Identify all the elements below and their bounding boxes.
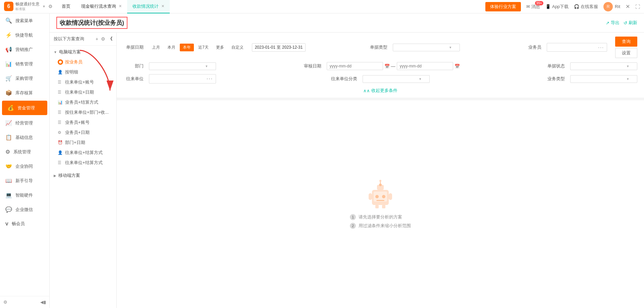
sidebar-item-basics[interactable]: 📋 基础信息 [0, 130, 49, 145]
scheme-item-partner-settle2[interactable]: ☰ 往来单位+结算方式 [50, 158, 116, 168]
audit-date-to[interactable] [397, 62, 453, 70]
page-actions: ↗ 导出 ↺ 刷新 [606, 20, 637, 26]
tab-bank-flow[interactable]: 现金银行流水查询 ✕ [76, 0, 127, 13]
counterpart-dots[interactable]: ··· [207, 76, 213, 82]
doc-type-select[interactable]: ▾ [393, 44, 460, 51]
sidebar-item-basics-label: 基础信息 [15, 135, 33, 141]
scheme-item-partner-dept-label: 按往来单位+部门+收... [65, 109, 109, 115]
export-btn[interactable]: ↗ 导出 [606, 20, 620, 26]
scheme-item-staff-settle[interactable]: 📊 业务员+结算方式 [50, 97, 116, 107]
tab-receipt-stat-label: 收款情况统计 [132, 3, 159, 9]
scheme-add-icon[interactable]: + [96, 36, 98, 42]
online-service-btn[interactable]: 🎧 在线客服 [574, 4, 598, 10]
trial-btn[interactable]: 体验行业方案 [485, 2, 521, 11]
scheme-panel-header: 按以下方案查询 + ⚙ 《 [50, 33, 116, 46]
scheme-item-staff-acct[interactable]: ☰ 业务员+账号 [50, 117, 116, 127]
biz-type-select[interactable]: ▾ [570, 75, 637, 83]
collapse-btn[interactable]: ∧∧ 收起更多条件 [123, 88, 637, 94]
sidebar-item-inventory[interactable]: 📦 库存核算 [0, 86, 49, 100]
tab-receipt-stat[interactable]: 收款情况统计 ✕ [127, 0, 170, 13]
sidebar-item-guide[interactable]: 📖 新手引导 [0, 173, 49, 188]
staff-acct-icon: ☰ [58, 120, 63, 125]
sidebar-item-quicknav[interactable]: ⚡ 快捷导航 [0, 28, 49, 42]
scheme-item-detail[interactable]: 👤 按明细 [50, 67, 116, 77]
sidebar-item-search[interactable]: 🔍 搜索菜单 [0, 13, 49, 28]
counterpart-cat-select[interactable]: ▾ [363, 75, 430, 83]
date-tab-thisyear[interactable]: 本年 [180, 44, 194, 51]
date-tab-thismonth[interactable]: 本月 [164, 44, 178, 51]
member-icon: V [5, 221, 8, 226]
scheme-settings-icon[interactable]: ⚙ [101, 36, 105, 42]
header-dropdown-icon[interactable]: ▾ [43, 4, 45, 9]
sidebar-item-hardware[interactable]: 💻 智能硬件 [0, 188, 49, 202]
svg-point-11 [379, 184, 382, 186]
sidebar-item-sales[interactable]: 📊 销售管理 [0, 57, 49, 71]
sidebar-item-quicknav-label: 快捷导航 [15, 32, 33, 38]
guide-icon: 📖 [5, 177, 12, 184]
scheme-item-staff-date[interactable]: ⚙ 业务员+日期 [50, 127, 116, 138]
sidebar-settings-icon[interactable]: ⚙ [3, 300, 7, 305]
sidebar-item-purchase[interactable]: 🛒 采购管理 [0, 71, 49, 86]
online-service-label: 在线客服 [581, 4, 598, 10]
message-btn[interactable]: ✉ 消息 99+ [526, 4, 540, 10]
counterpart-input[interactable]: ··· [149, 74, 216, 84]
tab-home[interactable]: 首页 [56, 0, 76, 13]
dept-select[interactable]: ▾ [149, 62, 216, 70]
date-range-display[interactable]: 2023-01-01 至 2023-12-31 [252, 43, 306, 52]
date-tab-lastmonth[interactable]: 上月 [149, 44, 163, 51]
sidebar-item-member[interactable]: V 畅会员 [0, 217, 49, 231]
sidebar-item-marketing[interactable]: 📢 营销推广 [0, 42, 49, 57]
scheme-item-partner-dept[interactable]: ☰ 按往来单位+部门+收... [50, 107, 116, 117]
window-close-btn[interactable]: ✕ [626, 3, 630, 10]
gear-icon[interactable]: ⚙ [48, 4, 53, 9]
audit-date-from[interactable] [327, 62, 383, 70]
scheme-item-partner-date-label: 往来单位+日期 [65, 89, 94, 95]
scheme-item-partner-acct[interactable]: ☰ 往来单位+账号 [50, 77, 116, 87]
quicknav-icon: ⚡ [5, 32, 12, 38]
scheme-item-dept-date[interactable]: ⏰ 部门+日期 [50, 138, 116, 148]
audit-date-separator: — [391, 64, 395, 69]
staff-dots[interactable]: ··· [598, 45, 604, 50]
biz-type-label: 业务类型 [545, 76, 565, 82]
scheme-collapse-icon[interactable]: 《 [108, 36, 112, 42]
date-tab-custom[interactable]: 自定义 [228, 44, 247, 51]
sidebar-item-operations[interactable]: 📈 经营管理 [0, 116, 49, 130]
tab-receipt-stat-close[interactable]: ✕ [161, 4, 164, 8]
scheme-item-by-staff[interactable]: 按业务员 [50, 57, 116, 67]
active-dot-icon [58, 59, 63, 65]
sidebar-item-collab[interactable]: 🤝 企业协同 [0, 159, 49, 173]
date-tab-7days[interactable]: 近7天 [195, 44, 212, 51]
staff-input[interactable]: ··· [547, 43, 607, 52]
refresh-btn[interactable]: ↺ 刷新 [624, 20, 637, 26]
set-btn[interactable]: 设置 [615, 48, 637, 58]
scheme-group-mobile-header[interactable]: ▶ 移动端方案 [50, 170, 116, 181]
mobile-group-label: 移动端方案 [58, 172, 80, 178]
empty-illustration [367, 180, 394, 210]
purchase-icon: 🛒 [5, 75, 12, 82]
phone-icon: 📱 [545, 4, 551, 9]
sidebar-collapse-icon[interactable]: ◀▮ [40, 300, 46, 305]
tab-bank-flow-close[interactable]: ✕ [119, 4, 122, 8]
staff-label: 业务员 [521, 44, 541, 50]
sidebar-item-funds[interactable]: 💰 资金管理 [2, 101, 47, 115]
window-maximize-btn[interactable]: ⛶ [635, 4, 640, 9]
sidebar-item-system[interactable]: ⚙ 系统管理 [0, 145, 49, 159]
audit-date-range: 📅 — 📅 [327, 62, 460, 70]
user-info[interactable]: R Rit [603, 2, 620, 11]
app-download-btn[interactable]: 📱 App下载 [545, 4, 569, 10]
main-content: 按以下方案查询 + ⚙ 《 ▼ 电脑端方案 [50, 33, 644, 308]
svg-point-4 [382, 195, 385, 198]
scheme-item-partner-date[interactable]: ☰ 往来单位+日期 [50, 87, 116, 97]
svg-rect-5 [376, 200, 384, 201]
empty-tip-1: 1 请先选择要分析的方案 [350, 214, 411, 220]
scheme-group-pc-header[interactable]: ▼ 电脑端方案 [50, 47, 116, 57]
sidebar-item-collab-label: 企业协同 [15, 163, 33, 169]
scheme-item-partner-settle1[interactable]: 👤 往来单位+结算方式 [50, 148, 116, 158]
doc-status-select[interactable]: ▾ [570, 62, 637, 70]
sidebar-item-wechat[interactable]: 💬 企业微信 [0, 202, 49, 217]
wechat-icon: 💬 [5, 206, 12, 213]
date-tab-more[interactable]: 更多 [213, 44, 227, 51]
query-btn[interactable]: 查询 [615, 37, 637, 47]
avatar: R [603, 2, 613, 11]
scheme-item-partner-settle1-label: 往来单位+结算方式 [65, 150, 103, 156]
